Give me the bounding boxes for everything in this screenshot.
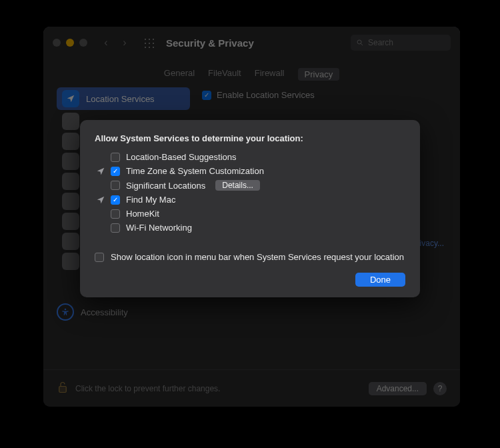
- location-active-icon: [96, 167, 105, 178]
- service-row-significant-locations: Significant Locations Details...: [111, 178, 405, 193]
- checkbox-location-suggestions[interactable]: [111, 153, 120, 162]
- service-row-location-suggestions: Location-Based Suggestions: [111, 150, 405, 164]
- sheet-footer: Done: [95, 273, 405, 287]
- service-label: Find My Mac: [126, 195, 175, 205]
- done-button[interactable]: Done: [355, 273, 405, 287]
- checkbox-time-zone[interactable]: [111, 167, 120, 176]
- service-row-find-my-mac: Find My Mac: [111, 193, 405, 207]
- checkbox-find-my-mac[interactable]: [111, 195, 120, 205]
- service-row-homekit: HomeKit: [111, 207, 405, 221]
- menubar-icon-option: Show location icon in menu bar when Syst…: [95, 252, 405, 262]
- menubar-option-label: Show location icon in menu bar when Syst…: [111, 252, 404, 262]
- location-active-icon: [96, 195, 105, 207]
- checkbox-significant-locations[interactable]: [111, 181, 120, 190]
- service-label: Wi-Fi Networking: [126, 223, 192, 233]
- service-label: Location-Based Suggestions: [126, 152, 237, 162]
- checkbox-homekit[interactable]: [111, 209, 120, 219]
- service-row-time-zone: Time Zone & System Customization: [111, 164, 405, 178]
- service-row-wifi: Wi-Fi Networking: [111, 221, 405, 235]
- checkbox-menubar-icon[interactable]: [95, 253, 104, 262]
- details-button[interactable]: Details...: [215, 180, 260, 191]
- system-services-sheet: Allow System Services to determine your …: [80, 120, 420, 297]
- service-label: HomeKit: [126, 209, 159, 219]
- services-list: Location-Based Suggestions Time Zone & S…: [111, 150, 405, 235]
- checkbox-wifi-networking[interactable]: [111, 223, 120, 233]
- sheet-title: Allow System Services to determine your …: [95, 133, 405, 143]
- service-label: Time Zone & System Customization: [126, 166, 264, 176]
- service-label: Significant Locations: [126, 181, 205, 191]
